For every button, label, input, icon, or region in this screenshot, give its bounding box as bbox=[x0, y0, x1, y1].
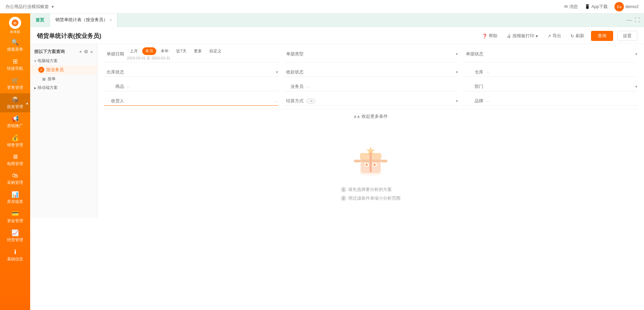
query-btn[interactable]: 查询 bbox=[591, 31, 613, 41]
collapse-icon: ∧∧ bbox=[354, 114, 360, 119]
tab-report[interactable]: 销货单统计表（按业务员） × bbox=[50, 13, 117, 27]
sidebar-label-purchase: 采购管理 bbox=[7, 180, 23, 186]
scheme-item-salesperson[interactable]: 人 按业务员 bbox=[30, 65, 97, 74]
scheme-panel: 按以下方案查询 + ⚙ « ▾ 电脑端方案 bbox=[30, 44, 97, 217]
sidebar-label-basic: 基础信息 bbox=[7, 256, 23, 262]
date-btn-custom[interactable]: 自定义 bbox=[206, 47, 224, 55]
step-num-1: 1 bbox=[341, 187, 346, 192]
goods-label: 商品 bbox=[104, 84, 124, 90]
top-bar-dropdown-icon[interactable]: ▾ bbox=[52, 4, 54, 9]
scheme-add-btn[interactable]: + bbox=[79, 49, 82, 54]
date-btn-lastmonth[interactable]: 上月 bbox=[127, 47, 141, 55]
doctype-dropdown-icon[interactable]: ▾ bbox=[456, 52, 458, 56]
dept-value: ▾ bbox=[486, 84, 637, 89]
collapse-label: 收起更多条件 bbox=[362, 113, 388, 119]
sidebar-item-purchase[interactable]: 🛍 采购管理 bbox=[0, 169, 30, 188]
scheme-sub-item-order[interactable]: ⊞ 按单 bbox=[30, 74, 97, 84]
date-btn-7days[interactable]: 近7天 bbox=[173, 47, 190, 55]
sidebar-item-wholesale[interactable]: 📦 批发管理 ▲ bbox=[0, 93, 30, 112]
sidebar-item-operation[interactable]: 📈 经营管理 bbox=[0, 226, 30, 246]
collapse-row: ∧∧ 收起更多条件 bbox=[104, 109, 637, 123]
export-btn[interactable]: ↗ 导出 bbox=[545, 32, 564, 40]
tab-maximize-btn[interactable]: ⛶ bbox=[635, 17, 640, 23]
settlement-value: × ▾ bbox=[306, 98, 458, 104]
order-scheme-icon: ⊞ bbox=[42, 77, 46, 82]
svg-rect-10 bbox=[381, 160, 387, 162]
print-icon: 🖨 bbox=[507, 34, 511, 39]
date-btn-more[interactable]: 更多 bbox=[191, 47, 205, 55]
docstatus-value: ▾ bbox=[486, 52, 637, 56]
sales-icon: 💰 bbox=[11, 134, 19, 142]
sidebar-label-search: 搜索菜单 bbox=[7, 47, 23, 52]
page-header: 销货单统计表(按业务员) ❓ 帮助 🖨 按模板打印 ▾ ↗ bbox=[30, 27, 644, 44]
sidebar-label-finance: 资金管理 bbox=[7, 218, 23, 224]
brand-dots[interactable]: ··· bbox=[486, 99, 490, 104]
scheme-category-mobile[interactable]: ▸ 移动端方案 bbox=[30, 84, 97, 92]
sidebar-logo: 畅 标准版 bbox=[3, 16, 27, 35]
settlement-tag-close[interactable]: × bbox=[310, 99, 312, 103]
filter-row-2: 出库状态 ▾ 收款状态 bbox=[104, 66, 637, 80]
top-bar-left: 办公用品行业模拟账套 ▾ bbox=[5, 4, 54, 10]
tab-report-label: 销货单统计表（按业务员） bbox=[55, 17, 108, 23]
user-action[interactable]: Ea demo2 bbox=[614, 2, 639, 11]
export-icon: ↗ bbox=[547, 34, 551, 39]
sidebar-item-inventory[interactable]: 📊 库存核算 bbox=[0, 188, 30, 207]
date-value: 上月 本月 本年 近7天 更多 自定义 2023-03-01 至 2023-03… bbox=[127, 47, 278, 61]
settings-btn[interactable]: 设置 bbox=[617, 31, 637, 41]
sidebar-item-finance[interactable]: 💳 资金管理 bbox=[0, 207, 30, 226]
sidebar-item-ecom[interactable]: 🖥 电商管理 bbox=[0, 151, 30, 169]
scheme-collapse-btn[interactable]: « bbox=[90, 49, 93, 54]
collapse-btn[interactable]: ∧∧ 收起更多条件 bbox=[350, 112, 392, 121]
logo-icon: 畅 bbox=[9, 17, 21, 29]
warehouse-value: ··· bbox=[486, 70, 637, 75]
help-btn[interactable]: ❓ 帮助 bbox=[479, 32, 500, 40]
refresh-icon: ↻ bbox=[571, 34, 574, 39]
tab-minimize-btn[interactable]: — bbox=[627, 17, 632, 23]
outstatus-label: 出库状态 bbox=[104, 69, 124, 75]
sidebar-item-basic[interactable]: ℹ 基础信息 bbox=[0, 246, 30, 265]
tab-home-label: 首页 bbox=[36, 17, 44, 23]
dept-label: 部门 bbox=[463, 84, 483, 90]
user-avatar: Ea bbox=[614, 2, 624, 11]
filter-docstatus-cell: 单据状态 ▾ bbox=[463, 47, 637, 62]
date-btn-thisyear[interactable]: 本年 bbox=[158, 47, 172, 55]
desktop-toggle-icon[interactable]: ▾ bbox=[34, 59, 36, 63]
scheme-category-desktop: ▾ 电脑端方案 bbox=[30, 57, 97, 65]
empty-step-1: 1 请先选择要分析的方案 bbox=[341, 187, 400, 193]
paystatus-dropdown-icon[interactable]: ▾ bbox=[456, 70, 458, 74]
inventory-icon: 📊 bbox=[11, 191, 19, 198]
dept-dropdown-icon[interactable]: ▾ bbox=[635, 84, 637, 89]
wholesale-expand-icon: ▲ bbox=[25, 101, 29, 105]
outstatus-dropdown-icon[interactable]: ▾ bbox=[276, 70, 278, 74]
username-label: demo2 bbox=[625, 4, 639, 9]
scheme-header-actions: + ⚙ « bbox=[79, 49, 93, 54]
message-label: 消息 bbox=[569, 4, 578, 10]
refresh-label: 刷新 bbox=[576, 33, 584, 39]
tab-close-icon[interactable]: × bbox=[110, 18, 112, 22]
sidebar-item-retail[interactable]: 🛒 零售管理 bbox=[0, 74, 30, 93]
sidebar-label-sales: 销售管理 bbox=[7, 142, 23, 148]
message-action[interactable]: ✉ 消息 bbox=[564, 4, 578, 10]
app-download-action[interactable]: 📱 App下载 bbox=[585, 4, 608, 10]
tab-home[interactable]: 首页 bbox=[30, 13, 50, 27]
sidebar-item-marketing[interactable]: 📢 营销推广 bbox=[0, 112, 30, 132]
sidebar-item-search[interactable]: 🔍 搜索菜单 bbox=[0, 36, 30, 55]
print-btn[interactable]: 🖨 按模板打印 ▾ bbox=[504, 32, 541, 40]
scheme-settings-btn[interactable]: ⚙ bbox=[84, 49, 88, 54]
settlement-dropdown-icon[interactable]: ▾ bbox=[456, 99, 458, 103]
docstatus-dropdown-icon[interactable]: ▾ bbox=[635, 52, 637, 56]
filter-section: 单据日期 上月 本月 本年 近7天 更多 自定义 bbox=[97, 44, 644, 126]
refresh-btn[interactable]: ↻ 刷新 bbox=[568, 32, 587, 40]
sidebar-item-sales[interactable]: 💰 销售管理 bbox=[0, 132, 30, 151]
svg-rect-9 bbox=[354, 160, 361, 162]
svg-point-8 bbox=[374, 164, 376, 166]
warehouse-label: 仓库 bbox=[463, 69, 483, 75]
salesperson-dots[interactable]: ··· bbox=[306, 84, 310, 89]
outstatus-value: ▾ bbox=[127, 70, 278, 74]
goods-dots[interactable]: ··· bbox=[127, 84, 130, 89]
warehouse-dots[interactable]: ··· bbox=[486, 70, 490, 75]
sidebar-item-nav[interactable]: ⊞ 快捷导航 bbox=[0, 55, 30, 74]
receiver-dots[interactable]: ··· bbox=[274, 99, 278, 104]
svg-text:畅: 畅 bbox=[13, 21, 17, 25]
date-btn-thismonth[interactable]: 本月 bbox=[142, 47, 156, 55]
